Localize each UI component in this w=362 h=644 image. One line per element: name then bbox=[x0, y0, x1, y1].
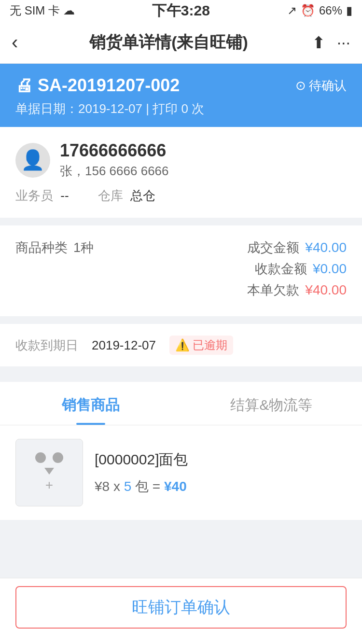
amounts: 成交金额 ¥40.00 收款金额 ¥0.00 本单欠款 ¥40.00 bbox=[247, 239, 347, 303]
owl-eye-left bbox=[35, 452, 46, 463]
person-icon: 👤 bbox=[21, 149, 45, 171]
balance-label: 本单欠款 bbox=[247, 281, 299, 299]
due-label: 收款到期日 bbox=[15, 337, 78, 354]
price-qty: 5 bbox=[124, 479, 132, 494]
alarm-icon: ⏰ bbox=[301, 4, 315, 17]
overdue-badge: ⚠️ 已逾期 bbox=[169, 336, 233, 355]
received-value: ¥0.00 bbox=[313, 261, 347, 277]
nav-actions: ⬆ ··· bbox=[312, 33, 350, 52]
price-separator: x bbox=[113, 479, 124, 494]
price-unit-label: 包 bbox=[135, 479, 149, 494]
deal-amount-value: ¥40.00 bbox=[305, 240, 347, 255]
owl-beak bbox=[44, 468, 54, 475]
customer-name: 张，156 6666 6666 bbox=[60, 163, 169, 180]
overdue-text: 已逾期 bbox=[193, 337, 227, 353]
price-equals: = bbox=[153, 479, 164, 494]
status-bar: 无 SIM 卡 ☁ 下午3:28 ↗ ⏰ 66% ▮ bbox=[0, 0, 362, 21]
stats-section: 商品种类 1种 成交金额 ¥40.00 收款金额 ¥0.00 本单欠款 ¥40.… bbox=[0, 225, 362, 316]
tab-sales-products[interactable]: 销售商品 bbox=[0, 382, 181, 425]
product-thumbnail: + bbox=[15, 439, 83, 506]
warehouse-label: 仓库 bbox=[98, 188, 123, 203]
balance-value: ¥40.00 bbox=[305, 282, 347, 298]
location-icon: ↗ bbox=[287, 4, 297, 17]
price-unit: ¥8 bbox=[95, 479, 110, 494]
order-id: 🖨 SA-20191207-002 bbox=[15, 75, 180, 96]
warehouse-value: 总仓 bbox=[130, 188, 155, 203]
due-section: 收款到期日 2019-12-07 ⚠️ 已逾期 bbox=[0, 324, 362, 366]
order-date: 单据日期：2019-12-07 | 打印 0 次 bbox=[15, 100, 347, 117]
back-button[interactable]: ‹ bbox=[12, 27, 26, 58]
owl-eye-right bbox=[53, 452, 63, 463]
received-label: 收款金额 bbox=[255, 260, 307, 278]
product-types-value: 1种 bbox=[73, 239, 94, 256]
salesperson-label: 业务员 bbox=[15, 188, 53, 203]
status-left: 无 SIM 卡 ☁ bbox=[10, 3, 75, 18]
more-button[interactable]: ··· bbox=[337, 33, 350, 52]
bottom-bar: 旺铺订单确认 bbox=[0, 578, 362, 644]
clock-icon: ⊙ bbox=[295, 78, 306, 93]
share-button[interactable]: ⬆ bbox=[312, 33, 325, 52]
customer-meta: 业务员 -- 仓库 总仓 bbox=[15, 187, 347, 204]
customer-phone: 17666666666 bbox=[60, 140, 169, 161]
product-name: [0000002]面包 bbox=[95, 450, 347, 470]
order-status: ⊙ 待确认 bbox=[295, 77, 347, 94]
tab-settlement[interactable]: 结算&物流等 bbox=[181, 382, 362, 425]
battery-text: 66% bbox=[319, 4, 342, 17]
due-date-value: 2019-12-07 bbox=[92, 338, 156, 353]
status-time: 下午3:28 bbox=[152, 1, 210, 21]
sim-text: 无 SIM 卡 ☁ bbox=[10, 3, 75, 18]
confirm-button[interactable]: 旺铺订单确认 bbox=[15, 586, 347, 629]
customer-section: 👤 17666666666 张，156 6666 6666 业务员 -- 仓库 … bbox=[0, 127, 362, 218]
tabs: 销售商品 结算&物流等 bbox=[0, 382, 362, 425]
product-item: + [0000002]面包 ¥8 x 5 包 = ¥40 bbox=[0, 425, 362, 520]
battery-icon: ▮ bbox=[346, 4, 352, 17]
owl-plus: + bbox=[45, 477, 53, 493]
page-title: 销货单详情(来自旺铺) bbox=[26, 31, 311, 54]
salesperson-value: -- bbox=[60, 188, 69, 203]
warning-icon: ⚠️ bbox=[175, 338, 190, 352]
status-right: ↗ ⏰ 66% ▮ bbox=[287, 4, 352, 17]
printer-icon: 🖨 bbox=[15, 75, 33, 96]
avatar: 👤 bbox=[15, 143, 50, 178]
product-info: [0000002]面包 ¥8 x 5 包 = ¥40 bbox=[95, 450, 347, 496]
divider bbox=[0, 374, 362, 382]
deal-amount-label: 成交金额 bbox=[247, 239, 299, 256]
nav-bar: ‹ 销货单详情(来自旺铺) ⬆ ··· bbox=[0, 21, 362, 64]
product-price: ¥8 x 5 包 = ¥40 bbox=[95, 477, 347, 496]
order-header: 🖨 SA-20191207-002 ⊙ 待确认 单据日期：2019-12-07 … bbox=[0, 64, 362, 127]
price-total: ¥40 bbox=[164, 479, 187, 494]
product-types-label: 商品种类 bbox=[15, 239, 68, 256]
